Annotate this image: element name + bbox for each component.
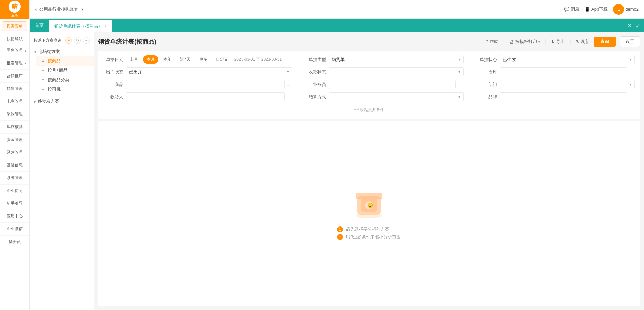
brand-dots[interactable]: ...	[627, 94, 635, 99]
sidebar-item-inventory[interactable]: 库存核算	[0, 121, 29, 134]
message-label: 消息	[571, 6, 579, 12]
tree-section-mobile: ▶ 移动端方案	[30, 95, 94, 107]
doc-type-select-wrapper: 销货单	[329, 55, 464, 64]
tree-item-by-driver[interactable]: ≡ 按司机	[36, 85, 94, 94]
tree-pc-section[interactable]: ▼ 电脑端方案	[30, 47, 94, 56]
doc-status-select-wrapper: 已生效	[500, 55, 635, 64]
warehouse-dots[interactable]: ...	[627, 69, 635, 74]
date-filter-label: 单据日期	[103, 57, 123, 63]
date-range-value: 2023-03-01 至 2023-03-31	[234, 57, 282, 62]
sidebar-item-wechat[interactable]: 企业微信	[0, 223, 29, 236]
sidebar-item-sales[interactable]: 销售管理	[0, 83, 29, 95]
tree-mobile-section[interactable]: ▶ 移动端方案	[30, 97, 94, 106]
tab-sales-stats[interactable]: 销货单统计表（按商品） ×	[49, 20, 112, 32]
print-button[interactable]: 🖨 按模板打印 ▾	[509, 39, 540, 45]
refresh-icon: ↻	[576, 39, 580, 44]
collapse-panel-button[interactable]: «	[83, 37, 90, 44]
sidebar-item-purchase[interactable]: 采购管理	[0, 108, 29, 121]
sidebar-item-finance[interactable]: 资金管理	[0, 134, 29, 146]
message-icon: 💬	[564, 7, 569, 12]
tree-item-by-month-goods[interactable]: ≡ 按月+商品	[36, 66, 94, 75]
date-tab-more[interactable]: 更多	[196, 55, 211, 64]
collect-status-select-wrapper	[329, 67, 464, 76]
filter-doc-type-item: 单据类型 销货单	[306, 55, 464, 64]
doc-type-label: 单据类型	[306, 57, 326, 63]
filter-doc-status-item: 单据状态 已生效	[477, 55, 635, 64]
sidebar: 晴 标版 搜索菜单 快捷导航 零售管理 批发管理 营销推广 销售管理 电商管理 …	[0, 0, 30, 310]
empty-step-2: 2 用[过滤]条件来缩小分析范围	[337, 234, 400, 240]
empty-state: 😊 1 请先选择要分析的方案 2 用[过滤]条件来缩小分析范围	[98, 121, 640, 306]
staff-dots[interactable]: ...	[456, 82, 464, 87]
logo-text: 标版	[11, 13, 18, 18]
help-icon: ?	[486, 39, 488, 44]
date-tab-this-month[interactable]: 本月	[143, 55, 158, 64]
tree-section-pc: ▼ 电脑端方案 ● 按商品 ≡ 按月+商品 ≡ 按商品分类	[30, 46, 94, 95]
tree-item-by-category[interactable]: ≡ 按商品分类	[36, 75, 94, 85]
receiver-dots[interactable]: ...	[285, 94, 292, 99]
refresh-button[interactable]: ↻ 刷新	[576, 39, 590, 45]
export-button[interactable]: ⬇ 导出	[551, 39, 565, 45]
collapse-bar[interactable]: ^ ^ 收起更多条件	[103, 105, 635, 115]
sidebar-item-apps[interactable]: 应用中心	[0, 210, 29, 223]
collect-status-select[interactable]	[329, 67, 464, 76]
receiver-input[interactable]	[126, 92, 285, 101]
dept-label: 部门	[477, 82, 497, 88]
export-label: 导出	[556, 39, 565, 45]
tab-sales-stats-label: 销货单统计表（按商品）	[54, 23, 102, 29]
out-status-select[interactable]: 已出库	[126, 67, 292, 76]
app-logo[interactable]: 晴 标版	[0, 0, 29, 19]
sidebar-item-guide[interactable]: 新手引导	[0, 197, 29, 210]
query-button[interactable]: 查询	[594, 37, 616, 47]
sidebar-item-system[interactable]: 系统管理	[0, 172, 29, 185]
receiver-label: 收货人	[103, 94, 123, 100]
message-button[interactable]: 💬 消息	[564, 6, 579, 12]
sidebar-item-basic[interactable]: 基础信息	[0, 159, 29, 172]
filter-row-3: 商品 ... 业务员 ... 部门	[103, 80, 635, 89]
topbar-dropdown-button[interactable]: ▾	[81, 7, 83, 12]
settlement-select[interactable]	[329, 92, 464, 101]
out-status-label: 出库状态	[103, 69, 123, 75]
sidebar-item-member[interactable]: 畅会员	[0, 236, 29, 248]
right-content: 销货单统计表(按商品) ? 帮助 🖨 按模板打印 ▾ ⬇	[94, 32, 644, 310]
sidebar-item-operations[interactable]: 经营管理	[0, 146, 29, 159]
sidebar-item-cooperation[interactable]: 企业协同	[0, 185, 29, 197]
goods-label: 商品	[103, 82, 123, 88]
tab-close-button[interactable]: ×	[104, 24, 107, 29]
tree-sub-pc: ● 按商品 ≡ 按月+商品 ≡ 按商品分类 ≡ 按司机	[30, 56, 94, 94]
dept-select[interactable]	[500, 80, 635, 89]
app-download-button[interactable]: 📱 App下载	[585, 6, 608, 12]
user-profile[interactable]: E demo2	[613, 4, 639, 15]
search-menu-button[interactable]: 搜索菜单	[2, 21, 27, 31]
topbar: 办公用品行业模拟账套 ▾ 💬 消息 📱 App下载 E demo2	[30, 0, 644, 19]
sidebar-item-retail[interactable]: 零售管理	[0, 44, 29, 57]
goods-input[interactable]	[126, 80, 285, 89]
quick-nav-button[interactable]: 快捷导航	[0, 34, 29, 44]
tree-pc-label: 电脑端方案	[38, 49, 60, 55]
user-name: demo2	[625, 7, 639, 12]
goods-dots[interactable]: ...	[285, 82, 292, 87]
staff-input[interactable]	[329, 80, 456, 89]
doc-status-select[interactable]: 已生效	[500, 55, 635, 64]
tree-item-by-goods[interactable]: ● 按商品	[36, 56, 94, 66]
filter-row-1: 单据日期 上月 本月 本年 近7天 更多 自定义 2023-03-01 至 20…	[103, 55, 635, 64]
settings-button[interactable]: 设置	[620, 36, 640, 47]
sidebar-item-wholesale[interactable]: 批发管理	[0, 57, 29, 70]
help-button[interactable]: ? 帮助	[486, 39, 498, 45]
date-tab-this-year[interactable]: 本年	[160, 55, 175, 64]
tab-maximize-button[interactable]: ⤢	[634, 21, 641, 30]
add-scheme-button[interactable]: +	[65, 37, 72, 44]
brand-input[interactable]	[500, 92, 627, 101]
date-tab-last7[interactable]: 近7天	[176, 55, 194, 64]
tab-close-all-button[interactable]: ✕	[626, 21, 633, 30]
warehouse-input[interactable]	[500, 67, 627, 76]
sidebar-item-marketing[interactable]: 营销推广	[0, 70, 29, 83]
empty-illustration: 😊	[349, 186, 389, 220]
tree-mobile-label: 移动端方案	[38, 98, 59, 104]
date-tab-last-month[interactable]: 上月	[126, 55, 142, 64]
doc-type-select[interactable]: 销货单	[329, 55, 464, 64]
sidebar-item-ecommerce[interactable]: 电商管理	[0, 95, 29, 108]
date-tabs: 上月 本月 本年 近7天 更多 自定义	[126, 55, 232, 64]
refresh-scheme-button[interactable]: ↻	[74, 37, 81, 44]
tab-home[interactable]: 首页	[30, 19, 49, 32]
date-tab-custom[interactable]: 自定义	[212, 55, 232, 64]
